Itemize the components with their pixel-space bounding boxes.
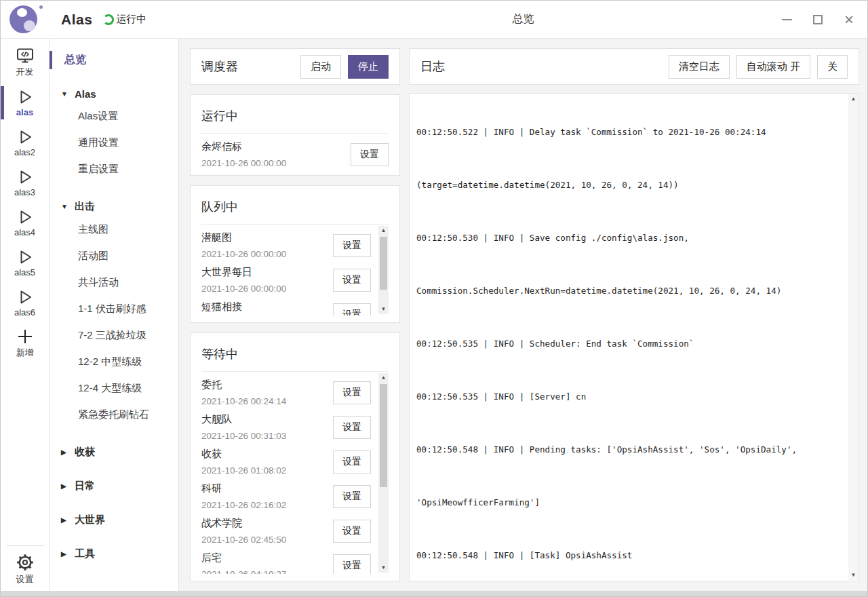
nav-group-header-daily[interactable]: ▶ 日常 — [50, 476, 178, 496]
log-off-button[interactable]: 关 — [817, 55, 848, 79]
app-name: Alas — [61, 12, 92, 28]
task-info: 委托 2021-10-26 00:24:14 — [201, 379, 333, 406]
task-info: 余烬信标 2021-10-26 00:00:00 — [201, 140, 351, 168]
nav-group-label: 工具 — [75, 547, 95, 560]
scrollbar-down-icon[interactable]: ▼ — [381, 565, 387, 571]
nav-item-general-settings[interactable]: 通用设置 — [50, 130, 178, 156]
log-line: 00:12:50.522 | INFO | Delay task `Commis… — [416, 126, 841, 139]
task-setting-button[interactable]: 设置 — [351, 143, 389, 166]
task-name: 余烬信标 — [201, 140, 351, 153]
dev-monitor-icon — [16, 47, 34, 64]
running-status: 运行中 — [103, 13, 146, 26]
nav-group-header-sortie[interactable]: ▼ 出击 — [50, 197, 178, 216]
task-setting-button[interactable]: 设置 — [333, 554, 371, 575]
nav-item-overview[interactable]: 总览 — [50, 50, 178, 71]
task-time: 2021-10-26 00:00:00 — [201, 158, 351, 168]
rail-item-label: 开发 — [16, 66, 34, 78]
rail-item-label: 设置 — [16, 573, 34, 585]
nav-item-restart-settings[interactable]: 重启设置 — [50, 156, 178, 182]
rail-item-alas[interactable]: alas — [1, 83, 49, 123]
nav-group-header-alas[interactable]: ▼ Alas — [50, 85, 178, 103]
task-info: 潜艇图 2021-10-26 00:00:00 — [201, 231, 333, 259]
rail-item-settings[interactable]: 设置 — [1, 552, 49, 587]
nav-item-urgent-commission-gem[interactable]: 紧急委托刷钻石 — [50, 402, 178, 428]
play-icon — [16, 88, 34, 106]
window-title: 总览 — [179, 12, 867, 26]
task-setting-button[interactable]: 设置 — [333, 450, 371, 474]
autoscroll-toggle-button[interactable]: 自动滚动 开 — [736, 55, 810, 79]
task-setting-button[interactable]: 设置 — [333, 381, 371, 404]
minimize-button[interactable] — [781, 14, 793, 26]
task-row: 大世界每日 2021-10-26 00:00:00 设置 — [201, 259, 371, 294]
nav-group-header-reward[interactable]: ▶ 收获 — [50, 442, 178, 462]
close-icon: × — [844, 14, 854, 26]
nav-item-12-2-medium-leveling[interactable]: 12-2 中型练级 — [50, 349, 178, 375]
task-setting-button[interactable]: 设置 — [333, 234, 371, 257]
nav-item-12-4-large-leveling[interactable]: 12-4 大型练级 — [50, 375, 178, 402]
rail-item-alas4[interactable]: alas4 — [1, 203, 49, 243]
task-setting-button[interactable]: 设置 — [333, 485, 371, 508]
nav-group-header-tools[interactable]: ▶ 工具 — [50, 544, 178, 564]
scheduler-panel: 调度器 启动 停止 — [190, 48, 400, 85]
scrollbar-down-icon[interactable]: ▼ — [381, 307, 387, 312]
queued-panel: 队列中 潜艇图 2021-10-26 00:00:00 设置 大世界每日 202… — [190, 185, 400, 323]
rail-item-alas6[interactable]: alas6 — [1, 283, 49, 323]
horizontal-scrollbar[interactable] — [1, 591, 867, 597]
close-button[interactable]: × — [843, 14, 855, 26]
scrollbar-down-icon[interactable]: ▼ — [851, 573, 856, 578]
maximize-button[interactable] — [812, 14, 824, 26]
log-line: (target=datetime.datetime(2021, 10, 26, … — [416, 178, 841, 192]
task-row: 科研 2021-10-26 02:16:02 设置 — [201, 476, 371, 510]
logo-blob — [24, 20, 35, 31]
play-icon — [16, 128, 34, 146]
clear-log-button[interactable]: 清空日志 — [669, 55, 730, 79]
rail-item-label: alas4 — [14, 227, 35, 237]
nav-group-label: Alas — [75, 88, 96, 100]
scrollbar-thumb[interactable] — [380, 384, 387, 487]
task-name: 大舰队 — [201, 413, 333, 426]
task-info: 大世界每日 2021-10-26 00:00:00 — [201, 266, 333, 294]
scheduler-start-button[interactable]: 启动 — [300, 55, 341, 79]
task-setting-button[interactable]: 设置 — [333, 303, 371, 316]
task-setting-button[interactable]: 设置 — [333, 416, 371, 439]
nav-item-main-chapter[interactable]: 主线图 — [50, 216, 178, 243]
chevron-right-icon: ▶ — [61, 516, 68, 524]
rail-item-alas2[interactable]: alas2 — [1, 123, 49, 163]
waiting-panel: 等待中 委托 2021-10-26 00:24:14 设置 大舰队 2021-1… — [190, 332, 400, 581]
nav-group-header-opsi[interactable]: ▶ 大世界 — [50, 510, 178, 530]
rail-item-alas5[interactable]: alas5 — [1, 243, 49, 283]
nav-item-7-2-scrap[interactable]: 7-2 三战捡垃圾 — [50, 322, 178, 349]
scrollbar-up-icon[interactable]: ▲ — [381, 228, 387, 233]
task-row: 收获 2021-10-26 01:08:02 设置 — [201, 441, 371, 476]
instance-rail: 开发 alas alas2 alas3 alas4 — [1, 39, 50, 591]
nav-item-1-1-affection[interactable]: 1-1 伏击刷好感 — [50, 296, 178, 322]
nav-item-raid[interactable]: 共斗活动 — [50, 269, 178, 296]
chevron-down-icon: ▼ — [61, 90, 68, 98]
scrollbar-up-icon[interactable]: ▲ — [381, 375, 387, 381]
rail-item-alas3[interactable]: alas3 — [1, 163, 49, 203]
rail-item-label: 新增 — [16, 347, 34, 359]
rail-item-add[interactable]: 新增 — [1, 323, 49, 363]
task-name: 委托 — [201, 379, 333, 391]
scrollbar-up-icon[interactable]: ▲ — [851, 96, 856, 102]
log-title: 日志 — [420, 58, 445, 75]
task-setting-button[interactable]: 设置 — [333, 269, 371, 292]
running-list: 余烬信标 2021-10-26 00:00:00 设置 — [201, 134, 389, 168]
scrollbar[interactable]: ▲ ▼ — [378, 226, 389, 314]
log-scrollbar[interactable]: ▲ ▼ — [848, 94, 859, 580]
log-body[interactable]: 00:12:50.522 | INFO | Delay task `Commis… — [410, 94, 859, 581]
nav-item-alas-settings[interactable]: Alas设置 — [50, 103, 178, 130]
title-bar: Alas 运行中 总览 × — [1, 1, 867, 39]
scrollbar-thumb[interactable] — [380, 237, 387, 290]
scrollbar[interactable]: ▲ ▼ — [378, 373, 389, 573]
scheduler-stop-button[interactable]: 停止 — [348, 55, 389, 79]
nav-item-event-chapter[interactable]: 活动图 — [50, 243, 178, 269]
running-panel: 运行中 余烬信标 2021-10-26 00:00:00 设置 — [190, 94, 400, 176]
log-panel: 00:12:50.522 | INFO | Delay task `Commis… — [409, 93, 859, 581]
nav-group-label: 出击 — [75, 200, 95, 213]
log-line: 00:12:50.530 | INFO | Save config ./conf… — [416, 231, 841, 245]
chevron-right-icon: ▶ — [61, 482, 68, 490]
rail-item-dev[interactable]: 开发 — [1, 43, 49, 83]
task-setting-button[interactable]: 设置 — [333, 520, 371, 543]
scheduler-title: 调度器 — [201, 58, 238, 75]
